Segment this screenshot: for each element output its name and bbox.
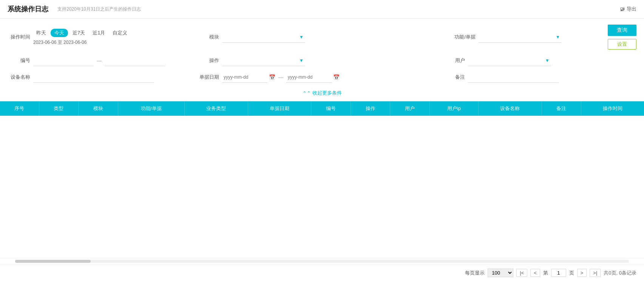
time-btn-yesterday[interactable]: 昨天 (33, 29, 49, 37)
operation-select[interactable] (222, 55, 305, 66)
code-input-end[interactable] (105, 55, 165, 66)
page-title: 系统操作日志 (8, 5, 48, 14)
filter-row-1: 操作时间 昨天 今天 近7天 近1月 自定义 2023-06-06 至 2023… (8, 25, 636, 50)
date-dash: — (278, 75, 283, 80)
time-btn-custom[interactable]: 自定义 (110, 29, 130, 37)
collapse-button[interactable]: ⌃⌃ 收起更多条件 (303, 90, 342, 96)
time-btn-1month[interactable]: 近1月 (90, 29, 108, 37)
col-index: 序号 (0, 101, 39, 116)
device-input[interactable] (33, 71, 154, 83)
col-operation: 操作 (351, 101, 390, 116)
filter-row-3: 设备名称 单据日期 📅 — 📅 备注 (8, 71, 636, 83)
pagination-summary: 共0页, 0条记录 (604, 270, 636, 276)
user-label: 用户 (439, 57, 465, 64)
scrollbar-area (0, 258, 644, 264)
collapse-chevron-icon: ⌃⌃ (303, 90, 311, 96)
col-note: 备注 (542, 101, 581, 116)
device-filter-section: 设备名称 (8, 71, 181, 83)
time-buttons: 昨天 今天 近7天 近1月 自定义 (33, 29, 130, 37)
export-label: 导出 (627, 6, 636, 12)
note-label: 备注 (439, 74, 465, 81)
note-input[interactable] (468, 71, 559, 83)
scrollbar-track[interactable] (15, 260, 629, 263)
col-function: 功能/单据 (118, 101, 184, 116)
code-label: 编号 (8, 57, 30, 64)
calendar-end-icon[interactable]: 📅 (333, 74, 340, 80)
date-label: 单据日期 (196, 74, 219, 81)
page-unit: 页 (569, 270, 574, 276)
pagination: 每页显示 100 50 200 |< < 第 页 > >| 共0页, 0条记录 (0, 264, 644, 281)
action-buttons: 查询 设置 (608, 25, 636, 50)
col-user: 用户 (390, 101, 429, 116)
last-page-button[interactable]: >| (590, 269, 601, 277)
filter-area: 操作时间 昨天 今天 近7天 近1月 自定义 2023-06-06 至 2023… (0, 19, 644, 101)
note-filter-section: 备注 (439, 71, 590, 83)
page-label: 第 (543, 270, 548, 276)
date-range-wrapper: 📅 — 📅 (222, 71, 340, 83)
page-header: 系统操作日志 支持2020年10月31日之后产生的操作日志 🖳 导出 (0, 0, 644, 19)
export-button[interactable]: 🖳 导出 (620, 6, 636, 12)
user-filter-section: 用户 ▼ (439, 55, 590, 66)
code-dash: — (97, 58, 102, 64)
col-type: 类型 (39, 101, 78, 116)
module-filter-section: 模块 ▼ (196, 31, 434, 43)
col-code: 编号 (311, 101, 351, 116)
operation-select-wrapper: ▼ (222, 55, 305, 66)
code-filter-section: 编号 — (8, 55, 181, 66)
query-button[interactable]: 查询 (608, 25, 636, 36)
filter-row-2: 编号 — 操作 ▼ 用户 (8, 55, 636, 66)
module-select-wrapper: ▼ (222, 31, 305, 43)
time-btn-7days[interactable]: 近7天 (69, 29, 88, 37)
empty-area (0, 116, 644, 244)
time-filter: 昨天 今天 近7天 近1月 自定义 2023-06-06 至 2023-06-0… (33, 29, 130, 46)
time-range: 2023-06-06 至 2023-06-06 (33, 39, 130, 46)
date-start-input[interactable] (222, 71, 267, 83)
user-select[interactable] (468, 55, 551, 66)
scrollbar-thumb[interactable] (15, 260, 91, 263)
function-select[interactable] (479, 31, 562, 43)
time-filter-section: 操作时间 昨天 今天 近7天 近1月 自定义 2023-06-06 至 2023… (8, 29, 181, 46)
device-label: 设备名称 (8, 74, 30, 81)
col-biz-type: 业务类型 (185, 101, 248, 116)
settings-button[interactable]: 设置 (608, 39, 636, 50)
col-date: 单据日期 (248, 101, 311, 116)
col-device: 设备名称 (478, 101, 542, 116)
date-end-input[interactable] (286, 71, 332, 83)
function-select-wrapper: ▼ (479, 31, 562, 43)
module-label: 模块 (196, 34, 219, 40)
collapse-label: 收起更多条件 (312, 90, 342, 96)
date-filter-section: 单据日期 📅 — 📅 (196, 71, 423, 83)
collapse-bar: ⌃⌃ 收起更多条件 (8, 88, 636, 99)
function-label: 功能/单据 (449, 34, 476, 40)
table-container: 序号 类型 模块 功能/单据 业务类型 单据日期 编号 操作 用户 用户ip 设… (0, 101, 644, 258)
next-page-button[interactable]: > (577, 269, 587, 277)
page-container: 系统操作日志 支持2020年10月31日之后产生的操作日志 🖳 导出 操作时间 … (0, 0, 644, 281)
col-module: 模块 (79, 101, 118, 116)
calendar-start-icon[interactable]: 📅 (269, 74, 275, 80)
user-select-wrapper: ▼ (468, 55, 551, 66)
page-subtitle: 支持2020年10月31日之后产生的操作日志 (57, 6, 141, 12)
time-label: 操作时间 (8, 34, 30, 40)
prev-page-button[interactable]: < (530, 269, 540, 277)
col-op-time: 操作时间 (581, 101, 644, 116)
time-btn-today[interactable]: 今天 (51, 29, 68, 37)
function-filter-section: 功能/单据 ▼ (449, 31, 600, 43)
data-table: 序号 类型 模块 功能/单据 业务类型 单据日期 编号 操作 用户 用户ip 设… (0, 101, 644, 116)
table-header: 序号 类型 模块 功能/单据 业务类型 单据日期 编号 操作 用户 用户ip 设… (0, 101, 644, 116)
first-page-button[interactable]: |< (516, 269, 527, 277)
page-size-label: 每页显示 (465, 270, 485, 276)
code-input-start[interactable] (33, 55, 94, 66)
header-row: 序号 类型 模块 功能/单据 业务类型 单据日期 编号 操作 用户 用户ip 设… (0, 101, 644, 116)
col-ip: 用户ip (429, 101, 478, 116)
export-icon: 🖳 (620, 6, 625, 12)
page-input[interactable] (551, 269, 566, 277)
operation-filter-section: 操作 ▼ (196, 55, 423, 66)
module-select[interactable] (222, 31, 305, 43)
page-size-select[interactable]: 100 50 200 (488, 269, 513, 277)
operation-label: 操作 (196, 57, 219, 64)
